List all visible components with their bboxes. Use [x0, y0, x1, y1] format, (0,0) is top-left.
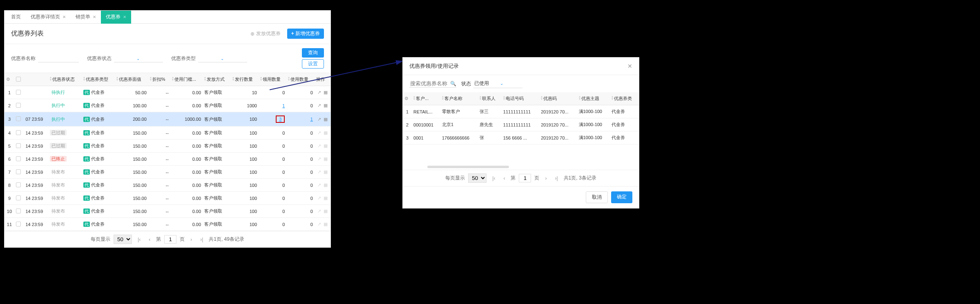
search-input[interactable] — [409, 80, 450, 87]
table-row[interactable]: 1 RETAIL... 零散客户 张三 11111111111 2019120 … — [403, 105, 639, 118]
ok-button[interactable]: 确定 — [611, 191, 632, 203]
qr-icon[interactable]: ▦ — [324, 143, 328, 149]
share-icon[interactable]: ↗ — [317, 103, 321, 108]
close-icon[interactable]: ✕ — [123, 15, 126, 19]
tab-sales-order[interactable]: 销货单✕ — [71, 11, 101, 24]
prev-page-button[interactable]: ‹ — [146, 236, 153, 243]
checkbox[interactable] — [16, 90, 21, 95]
col-claimed[interactable]: ▴▾领用数量 — [259, 73, 286, 86]
search-icon[interactable]: 🔍 — [450, 81, 456, 87]
checkbox[interactable] — [16, 143, 21, 148]
close-icon[interactable]: ✕ — [627, 63, 632, 69]
share-icon[interactable]: ↗ — [317, 143, 321, 149]
tab-home[interactable]: 首页 — [6, 11, 26, 24]
col-status[interactable]: ▴▾优惠券状态 — [48, 73, 81, 86]
table-row[interactable]: 11 14 23:59 待发布 代代金券 150.00 -- 0.00 客户领取… — [4, 218, 330, 231]
table-row[interactable]: 7 14 23:59 待发布 代代金券 150.00 -- 0.00 客户领取 … — [4, 166, 330, 179]
close-icon[interactable]: ✕ — [63, 15, 66, 19]
cancel-button[interactable]: 取消 — [586, 191, 608, 203]
qr-icon[interactable]: ▦ — [324, 209, 328, 214]
table-row[interactable]: 5 14 23:59 已过期 代代金券 150.00 -- 0.00 客户领取 … — [4, 140, 330, 153]
claimed-link[interactable]: 3 — [279, 117, 281, 122]
page-input[interactable] — [164, 235, 176, 244]
checkbox[interactable] — [16, 195, 21, 200]
share-icon[interactable]: ↗ — [317, 130, 321, 135]
name-input[interactable] — [38, 54, 79, 62]
col-type[interactable]: ▴▾优惠券类 — [610, 92, 639, 105]
claimed-link[interactable]: 1 — [282, 103, 285, 108]
qr-icon[interactable]: ▦ — [324, 182, 328, 188]
share-icon[interactable]: ↗ — [317, 222, 321, 227]
per-page-select[interactable]: 50 — [114, 235, 132, 244]
qr-icon[interactable]: ▦ — [324, 222, 328, 227]
state-select[interactable]: 已使用 ⌄ — [473, 79, 522, 88]
type-select[interactable]: ⌄ — [198, 55, 247, 62]
share-icon[interactable]: ↗ — [317, 156, 321, 162]
checkbox[interactable] — [16, 182, 21, 187]
next-page-button[interactable]: › — [188, 236, 194, 243]
col-issued[interactable]: ▴▾发行数量 — [231, 73, 259, 86]
table-row[interactable]: 3 0001 17666666666 张 156 6666 ... 201912… — [403, 131, 639, 144]
qr-icon[interactable]: ▦ — [324, 103, 328, 108]
share-icon[interactable]: ↗ — [317, 209, 321, 214]
tab-coupon[interactable]: 优惠券✕ — [101, 11, 131, 24]
add-coupon-button[interactable]: + 新增优惠券 — [287, 29, 324, 39]
search-button[interactable]: 查询 — [302, 48, 324, 58]
checkbox[interactable] — [16, 130, 21, 135]
col-thresh[interactable]: ▴▾使用门槛... — [170, 73, 203, 86]
last-page-button[interactable]: ›| — [552, 175, 560, 182]
used-link[interactable]: 1 — [310, 117, 313, 122]
table-row[interactable]: 8 14 23:59 待发布 代代金券 150.00 -- 0.00 客户领取 … — [4, 179, 330, 192]
checkbox[interactable] — [16, 222, 21, 226]
checkbox[interactable] — [16, 156, 21, 161]
col-used[interactable]: ▴▾使用数量 — [286, 73, 314, 86]
checkbox[interactable] — [16, 103, 21, 108]
checkbox[interactable] — [16, 209, 21, 213]
table-row[interactable]: 6 14 23:59 已终止 代代金券 150.00 -- 0.00 客户领取 … — [4, 153, 330, 166]
settings-button[interactable]: 设置 — [302, 59, 324, 69]
qr-icon[interactable]: ▦ — [324, 130, 328, 135]
first-page-button[interactable]: |‹ — [135, 236, 143, 243]
table-row[interactable]: 10 14 23:59 待发布 代代金券 150.00 -- 0.00 客户领取… — [4, 205, 330, 218]
qr-icon[interactable]: ▦ — [324, 195, 328, 201]
col-phone[interactable]: ▴▾电话号码 — [502, 92, 539, 105]
table-row[interactable]: 2 00010001 北京1 唐先生 11111111111 2019120 7… — [403, 118, 639, 131]
col-gear[interactable]: ⚙ — [4, 73, 14, 86]
col-method[interactable]: ▴▾发放方式 — [203, 73, 230, 86]
qr-icon[interactable]: ▦ — [324, 156, 328, 162]
prev-page-button[interactable]: ‹ — [501, 175, 507, 182]
next-page-button[interactable]: › — [542, 175, 549, 182]
col-contact[interactable]: ▴▾联系人 — [478, 92, 502, 105]
col-face[interactable]: ▴▾优惠券面值 — [115, 73, 148, 86]
table-row[interactable]: 4 14 23:59 已过期 代代金券 150.00 -- 0.00 客户领取 … — [4, 126, 330, 140]
checkbox[interactable] — [16, 169, 21, 174]
per-page-select[interactable]: 50 — [468, 173, 487, 183]
qr-icon[interactable]: ▦ — [324, 90, 328, 95]
share-icon[interactable]: ↗ — [317, 169, 321, 175]
tab-coupon-detail[interactable]: 优惠券详情页✕ — [26, 11, 71, 24]
share-icon[interactable]: ↗ — [317, 117, 321, 122]
scrollbar[interactable] — [427, 166, 509, 168]
status-select[interactable]: ⌄ — [114, 55, 163, 62]
col-cust-code[interactable]: ▴▾客户... — [412, 92, 440, 105]
table-row[interactable]: 3 07 23:59 执行中 代代金券 200.00 -- 1000.00 客户… — [4, 112, 330, 126]
qr-icon[interactable]: ▦ — [324, 117, 328, 122]
distribute-button[interactable]: ⊕ 发放优惠券 — [247, 29, 284, 39]
col-disc[interactable]: ▴▾折扣% — [148, 73, 170, 86]
table-row[interactable]: 1 待执行 代代金券 50.00 -- 0.00 客户领取 10 0 0 ↗▦ — [4, 86, 330, 99]
col-cust-name[interactable]: ▴▾客户名称 — [440, 92, 478, 105]
share-icon[interactable]: ↗ — [317, 195, 321, 201]
last-page-button[interactable]: ›| — [198, 236, 205, 243]
checkbox[interactable] — [16, 77, 21, 82]
page-input[interactable] — [519, 174, 531, 182]
share-icon[interactable]: ↗ — [317, 182, 321, 188]
share-icon[interactable]: ↗ — [317, 90, 321, 95]
col-topic[interactable]: ▴▾优惠主题 — [577, 92, 610, 105]
col-gear[interactable]: ⚙ — [403, 92, 412, 105]
col-check[interactable] — [14, 73, 24, 86]
col-type[interactable]: ▴▾优惠券类型 — [82, 73, 115, 86]
table-row[interactable]: 2 执行中 代代金券 100.00 -- 0.00 客户领取 1000 1 0 … — [4, 99, 330, 112]
first-page-button[interactable]: |‹ — [490, 175, 498, 182]
col-vcode[interactable]: ▴▾优惠码 — [539, 92, 577, 105]
checkbox[interactable] — [16, 116, 21, 121]
